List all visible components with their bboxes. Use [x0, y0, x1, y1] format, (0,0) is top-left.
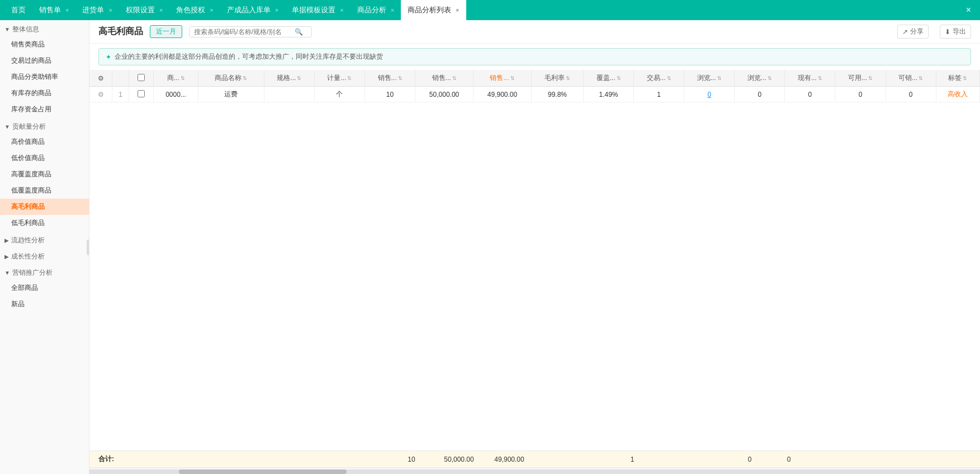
share-icon: ↗ [902, 28, 908, 36]
col-browse1[interactable]: 浏览...⇅ [684, 70, 735, 87]
select-all-checkbox[interactable] [138, 74, 145, 81]
share-button[interactable]: ↗ 分享 [897, 25, 929, 39]
browse1-link[interactable]: 0 [707, 91, 711, 98]
row-checkbox[interactable] [138, 90, 145, 97]
sidebar-item-in-stock[interactable]: 有库存的商品 [0, 85, 89, 101]
sidebar-group-growth[interactable]: ▶ 成长性分析 [0, 247, 89, 264]
row-code: 0000... [154, 87, 198, 102]
horizontal-scrollbar[interactable] [89, 467, 980, 474]
chevron-right-icon-2: ▶ [4, 254, 9, 260]
row-saleable: 0 [886, 87, 936, 102]
window-close-button[interactable]: × [962, 5, 976, 15]
row-available: 0 [835, 87, 886, 102]
nav-permission-settings[interactable]: 权限设置 × [119, 0, 169, 20]
col-saleable[interactable]: 可销...⇅ [886, 70, 936, 87]
col-settings[interactable]: ⚙ [89, 70, 112, 87]
date-range-button[interactable]: 近一月 [150, 25, 182, 38]
total-available: 0 [769, 456, 808, 463]
footer-total: 合计: 10 50,000.00 49,900.00 1 0 0 [89, 450, 980, 467]
col-tag[interactable]: 标签⇅ [936, 70, 979, 87]
nav-product-inbound[interactable]: 产成品入库单 × [220, 0, 285, 20]
nav-product-analysis[interactable]: 商品分析 × [351, 0, 401, 20]
scrollbar-thumb[interactable] [179, 470, 347, 474]
export-icon: ⬇ [945, 28, 950, 36]
row-coverage: 1.49% [583, 87, 633, 102]
sidebar: 《 ▼ 整体信息 销售类商品 交易过的商品 商品分类助销率 有库存的商品 库存资… [0, 20, 89, 474]
sidebar-group-contribution[interactable]: ▼ 贡献量分析 [0, 118, 89, 134]
search-input[interactable] [194, 28, 295, 36]
col-gross-rate[interactable]: 毛利率⇅ [531, 70, 583, 87]
close-sales-order-tab[interactable]: × [65, 0, 69, 20]
close-role-tab[interactable]: × [210, 0, 213, 20]
col-name[interactable]: 商品名称⇅ [198, 70, 264, 87]
sidebar-item-low-margin[interactable]: 低毛利商品 [0, 215, 89, 231]
total-sale-qty: 10 [389, 456, 434, 463]
col-sale-qty[interactable]: 销售...⇅ [365, 70, 415, 87]
sidebar-item-category-rate[interactable]: 商品分类助销率 [0, 69, 89, 85]
close-template-tab[interactable]: × [340, 0, 343, 20]
sidebar-item-stock-capital[interactable]: 库存资金占用 [0, 101, 89, 118]
row-spec [264, 87, 314, 102]
col-transaction[interactable]: 交易...⇅ [634, 70, 684, 87]
close-purchase-order-tab[interactable]: × [108, 0, 112, 20]
nav-template-settings[interactable]: 单据模板设置 × [285, 0, 350, 20]
sidebar-item-new-goods[interactable]: 新品 [0, 296, 89, 312]
col-spec[interactable]: 规格...⇅ [264, 70, 314, 87]
search-icon[interactable]: 🔍 [295, 28, 303, 36]
total-label: 合计: [98, 455, 114, 463]
col-sale-profit[interactable]: 销售...⇅ [474, 70, 532, 87]
col-current[interactable]: 现有...⇅ [785, 70, 835, 87]
page-title: 高毛利商品 [98, 26, 143, 37]
row-browse1[interactable]: 0 [684, 87, 735, 102]
row-settings-cell: ⚙ [89, 87, 112, 102]
main-layout: 《 ▼ 整体信息 销售类商品 交易过的商品 商品分类助销率 有库存的商品 库存资… [0, 20, 980, 474]
sidebar-item-sales-goods[interactable]: 销售类商品 [0, 36, 89, 53]
nav-product-analysis-list[interactable]: 商品分析列表 × [401, 0, 466, 20]
close-inbound-tab[interactable]: × [275, 0, 278, 20]
sidebar-item-high-value[interactable]: 高价值商品 [0, 134, 89, 150]
chevron-down-icon-3: ▼ [4, 270, 10, 276]
nav-sales-order[interactable]: 销售单 × [32, 0, 75, 20]
sidebar-group-trend[interactable]: ▶ 流趋性分析 [0, 231, 89, 247]
nav-role-auth[interactable]: 角色授权 × [169, 0, 220, 20]
total-sale-amount: 50,000.00 [434, 456, 484, 463]
sidebar-item-all-goods[interactable]: 全部商品 [0, 280, 89, 296]
sidebar-item-high-margin[interactable]: 高毛利商品 [0, 199, 89, 215]
sidebar-item-low-value[interactable]: 低价值商品 [0, 150, 89, 166]
nav-home[interactable]: 首页 [4, 0, 32, 20]
sidebar-item-traded-goods[interactable]: 交易过的商品 [0, 53, 89, 69]
info-icon: ✦ [106, 53, 111, 61]
chevron-down-icon-2: ▼ [4, 124, 10, 130]
row-tag: 高收入 [936, 87, 979, 102]
col-available[interactable]: 可用...⇅ [835, 70, 886, 87]
row-transaction: 1 [634, 87, 684, 102]
total-transaction: 1 [613, 456, 652, 463]
close-permission-tab[interactable]: × [159, 0, 163, 20]
col-unit[interactable]: 计量...⇅ [314, 70, 364, 87]
table-row: ⚙ 1 0000... 运费 个 10 50,000.00 49,900.00 … [89, 87, 980, 102]
col-index [112, 70, 129, 87]
col-checkbox[interactable] [129, 70, 154, 87]
row-browse2: 0 [735, 87, 785, 102]
scrollbar-track [89, 470, 980, 474]
col-browse2[interactable]: 浏览...⇅ [735, 70, 785, 87]
close-analysis-list-tab[interactable]: × [456, 0, 459, 20]
sidebar-collapse-button[interactable]: 《 [87, 240, 89, 255]
row-checkbox-cell[interactable] [129, 87, 154, 102]
col-coverage[interactable]: 覆盖...⇅ [583, 70, 633, 87]
content-area: 高毛利商品 近一月 🔍 ↗ 分享 ⬇ 导出 ✦ 企业的主要的利润都是这部分商品创… [89, 20, 980, 474]
total-sale-profit: 49,900.00 [484, 456, 534, 463]
sidebar-group-overall[interactable]: ▼ 整体信息 [0, 20, 89, 36]
col-sale-amount[interactable]: 销售...⇅ [415, 70, 474, 87]
sidebar-group-marketing[interactable]: ▼ 营销推广分析 [0, 264, 89, 280]
total-current: 0 [730, 456, 769, 463]
row-unit: 个 [314, 87, 364, 102]
sidebar-item-low-coverage[interactable]: 低覆盖度商品 [0, 182, 89, 199]
chevron-down-icon: ▼ [4, 26, 10, 32]
nav-purchase-order[interactable]: 进货单 × [75, 0, 119, 20]
product-table: ⚙ 商...⇅ 商品名称⇅ 规格...⇅ 计量...⇅ 销售...⇅ 销售...… [89, 70, 980, 102]
close-analysis-tab[interactable]: × [391, 0, 394, 20]
col-code[interactable]: 商...⇅ [154, 70, 198, 87]
sidebar-item-high-coverage[interactable]: 高覆盖度商品 [0, 166, 89, 182]
export-button[interactable]: ⬇ 导出 [940, 25, 971, 39]
